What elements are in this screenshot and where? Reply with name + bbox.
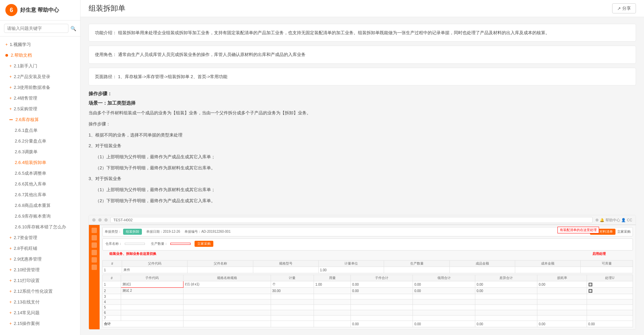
th-name: 父件名称 (187, 261, 253, 267)
sidebar-item-stock[interactable]: 2.6库存核算 (0, 114, 80, 125)
sidebar-header: 6 好生意 帮助中心 (0, 0, 80, 20)
nav-label: 2.2产品安装及登录 (14, 74, 50, 80)
search-area: 🔍 (0, 20, 80, 37)
mock-parent-table: # 父件代码 父件名称 规格型号 计量单位 生产数量 成品金额 成本金额 可库量 (102, 260, 633, 273)
dot-icon (5, 54, 8, 57)
sidebar-item-faq[interactable]: + 2.14常见问题 (0, 308, 80, 318)
sidebar-item-new[interactable]: + 2.1新手入门 (0, 61, 80, 71)
sidebar-item-stock6[interactable]: 2.6.6其他入库单 (0, 179, 80, 189)
path-label: 页面路径： (95, 74, 117, 79)
func-intro-text: 组装拆卸单用来处理企业组装或拆卸等加工业务，支持有固定装配清单的产品加工业务，也… (118, 30, 550, 35)
sidebar-item-fund[interactable]: + 2.7资金管理 (0, 232, 80, 243)
sidebar: 6 好生意 帮助中心 🔍 + 1.视频学习 2.帮助文档 + 2.1新手入门 +… (0, 0, 80, 335)
nav-prefix: + (9, 235, 12, 240)
nav-label: 2.9优惠券管理 (14, 256, 42, 262)
th-spec: 规格型号 (253, 261, 318, 267)
sidebar-item-stock8[interactable]: 2.6.8商品成本重算 (0, 200, 80, 211)
sidebar-item-print[interactable]: + 2.11打印设置 (0, 275, 80, 286)
sidebar-item-sales[interactable]: + 2.4销售管理 (0, 93, 80, 104)
role-box: 使用角色： 通常由生产人员或库管人员完成拆装业务的操作，库管人员确认原材料的出库… (89, 46, 636, 63)
th-unit: 计量单位 (319, 261, 384, 267)
sidebar-item-stock2[interactable]: 2.6.2分量盘点单 (0, 136, 80, 147)
search-input[interactable] (4, 24, 68, 33)
path-box: 页面路径： 1、库存核算->库存管理->组装拆卸单 2、首页->常用功能 (89, 68, 636, 86)
sidebar-item-pay[interactable]: + 2.13在线支付 (0, 297, 80, 308)
sidebar-icon-3 (92, 242, 97, 248)
mock-chrome: TEST-H002 ⚙ 🔔 帮助中心 👤 CC (89, 215, 636, 225)
mock-warehouse-input (125, 243, 145, 245)
nav-label: 2.帮助文档 (11, 52, 32, 58)
nav-prefix: + (9, 246, 12, 251)
sidebar-item-docs[interactable]: 2.帮助文档 (0, 50, 80, 61)
sidebar-item-sys[interactable]: + 2.12系统个性化设置 (0, 286, 80, 297)
sidebar-item-stock3[interactable]: 2.6.3调拨单 (0, 147, 80, 157)
table-row: 2 测试 2 30.00 0.00 0.00 0.00 (103, 288, 633, 294)
mock-confirm-btn[interactable]: 立家采购 (195, 241, 213, 247)
sidebar-item-stock4[interactable]: 2.6.4组装拆卸单 (0, 157, 80, 168)
sidebar-item-purchase[interactable]: + 2.5采购管理 (0, 104, 80, 114)
nav-prefix: + (9, 107, 12, 111)
table-row: 6 (103, 310, 633, 316)
nav-label: 1.视频学习 (10, 42, 31, 48)
sidebar-item-prepare[interactable]: + 2.3使用前数据准备 (0, 82, 80, 93)
table-row: 7 (103, 316, 633, 321)
sidebar-item-ops[interactable]: + 2.10经营管理 (0, 265, 80, 275)
sidebar-item-coupon[interactable]: + 2.9优惠券管理 (0, 254, 80, 265)
sidebar-icon-5 (92, 257, 97, 263)
sidebar-item-case[interactable]: + 2.15操作案例 (0, 318, 80, 329)
nav-prefix: + (9, 257, 12, 262)
chrome-dot (92, 218, 96, 222)
nav-prefix: + (9, 321, 12, 326)
scene1-step2a: （1）上部明细为父件明细，最终作为产成品生成其它入库单； (95, 153, 636, 161)
func-intro-box: 功能介绍： 组装拆卸单用来处理企业组装或拆卸等加工业务，支持有固定装配清单的产品… (89, 24, 636, 42)
nav-label: 2.10经营管理 (14, 267, 40, 273)
nav-label: 2.6.9库存账本查询 (15, 213, 51, 219)
sidebar-icon-1 (92, 228, 97, 233)
mock-form-row: 仓库名称： 生产数量： 立家采购 (105, 241, 630, 247)
scene1-step3a: （1）上部明细为父件明细，最终作为原材料生成其它出库单； (95, 186, 636, 194)
search-icon[interactable]: 🔍 (70, 26, 76, 31)
annotation2-label: 组装业务、拆卸业务在这里切换 (109, 252, 156, 256)
nav-label: 2.14常见问题 (14, 310, 40, 316)
nav-prefix: + (9, 96, 12, 101)
nav-prefix: + (9, 268, 12, 272)
table-footer: 合计 0.00 0.00 0.00 0.00 0.00 (103, 321, 633, 327)
nav-label: 2.13在线支付 (14, 299, 40, 305)
nav-label: 2.1新手入门 (14, 63, 37, 69)
ops-section: 操作步骤： 场景一：加工类型选择 当由多个子件材料组装成一个成品的业务为【组装】… (89, 90, 636, 211)
nav-prefix: + (9, 278, 12, 283)
toolbar-icons: ⚙ 🔔 帮助中心 👤 CC (595, 218, 632, 223)
sidebar-item-install[interactable]: + 2.2产品安装及登录 (0, 71, 80, 82)
mock-doc-type: 单据类型： (105, 229, 121, 234)
nav-label: 2.8手机旺铺 (14, 245, 37, 252)
nav-label: 2.4销售管理 (14, 95, 37, 101)
role-label: 使用角色： (95, 52, 117, 57)
nav-prefix: + (9, 64, 12, 68)
role-text: 通常由生产人员或库管人员完成拆装业务的操作，库管人员确认原材料的出库和产成品的入… (118, 52, 306, 57)
mock-action-btn[interactable]: 立家采购 (617, 229, 631, 234)
nav-label: 2.7资金管理 (14, 235, 37, 241)
nav-label: 2.6.1盘点单 (15, 127, 38, 133)
share-icon: ↗ (617, 6, 621, 11)
mock-sub-table-container: # 子件代码 规格名称规格 计量 用量 子件合计 领用合计 差异合计 损耗率 (102, 275, 633, 327)
sidebar-item-video[interactable]: + 1.视频学习 (0, 39, 80, 50)
mock-docno-label: 单据编号：AD-201912260-001 (184, 229, 230, 234)
share-label: 分享 (622, 5, 631, 11)
mock-warehouse-label: 仓库名称： (105, 241, 122, 246)
sidebar-item-stock1[interactable]: 2.6.1盘点单 (0, 125, 80, 136)
nav-label: 2.6库存核算 (15, 117, 39, 123)
th-avail: 可库量 (581, 261, 633, 267)
sidebar-item-stock10[interactable]: 2.6.10库存账本错了怎么办 (0, 222, 80, 232)
sidebar-item-stock7[interactable]: 2.6.7其他出库单 (0, 189, 80, 200)
sidebar-item-mobile[interactable]: + 2.8手机旺铺 (0, 243, 80, 254)
main-area: 组装拆卸单 ↗ 分享 功能介绍： 组装拆卸单用来处理企业组装或拆卸等加工业务，支… (80, 0, 644, 335)
nav-prefix: + (5, 42, 8, 47)
sidebar-item-stock9[interactable]: 2.6.9库存账本查询 (0, 211, 80, 222)
th-no: # (103, 261, 122, 267)
annotation3-label: 启用处理 (592, 252, 606, 256)
annotation1-label: 有装配清单的在这里处理 (557, 227, 599, 233)
share-button[interactable]: ↗ 分享 (612, 3, 636, 13)
sidebar-item-stock5[interactable]: 2.6.5成本调整单 (0, 168, 80, 179)
th-qty: 生产数量 (384, 261, 449, 267)
sidebar-icon-2 (92, 235, 97, 240)
